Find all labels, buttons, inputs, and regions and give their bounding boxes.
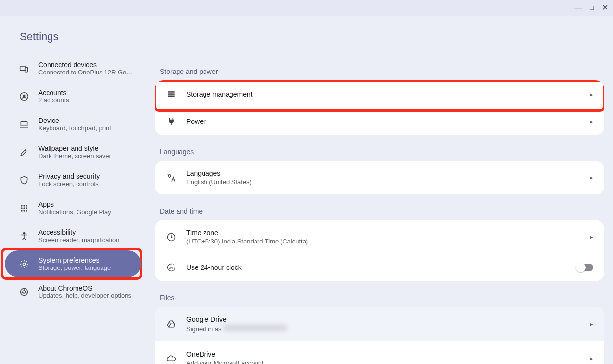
sidebar-item-label: Accessibility: [38, 228, 119, 236]
svg-point-9: [23, 205, 25, 206]
minimize-button[interactable]: —: [574, 3, 582, 12]
sidebar-item-label: About ChromeOS: [38, 284, 131, 292]
svg-point-8: [21, 205, 22, 206]
chevron-right-icon: ▸: [590, 320, 593, 328]
translate-icon: [166, 173, 177, 183]
row-label: Google Drive: [186, 315, 580, 323]
row-google-drive[interactable]: Google Drive Signed in as ▸: [155, 307, 604, 341]
row-onedrive[interactable]: OneDrive Add your Microsoft account ▸: [155, 341, 604, 364]
sidebar-item-accessibility[interactable]: Accessibility Screen reader, magnificati…: [5, 222, 141, 249]
section-label-datetime: Date and time: [155, 201, 604, 220]
section-label-files: Files: [155, 288, 604, 307]
apps-icon: [19, 203, 29, 213]
svg-point-14: [21, 210, 22, 211]
chevron-right-icon: ▸: [590, 233, 593, 241]
row-label: Power: [186, 118, 580, 125]
close-button[interactable]: ✕: [602, 3, 608, 12]
languages-card: Languages English (United States) ▸: [155, 161, 604, 194]
sidebar-nav: Connected devices Connected to OnePlus 1…: [0, 55, 147, 305]
sidebar-item-privacy[interactable]: Privacy and security Lock screen, contro…: [5, 167, 141, 194]
row-sublabel: English (United States): [186, 178, 580, 186]
sidebar-item-sublabel: Lock screen, controls: [38, 180, 100, 188]
sidebar-item-label: Wallpaper and style: [38, 145, 111, 152]
clock-icon: [166, 232, 177, 242]
sidebar-item-connected-devices[interactable]: Connected devices Connected to OnePlus 1…: [5, 55, 141, 82]
gear-icon: [19, 259, 29, 269]
sidebar-item-label: Privacy and security: [38, 172, 100, 180]
sidebar: Settings Connected devices Connected to …: [0, 16, 147, 364]
sidebar-title: Settings: [0, 24, 147, 55]
section-label-storage: Storage and power: [155, 62, 604, 80]
row-sublabel: Signed in as: [186, 324, 580, 333]
row-24h-clock[interactable]: 24 Use 24-hour clock: [155, 254, 604, 281]
row-power[interactable]: Power ▸: [155, 108, 604, 135]
row-label: Time zone: [186, 229, 580, 237]
sidebar-item-sublabel: Notifications, Google Play: [38, 208, 111, 216]
sidebar-item-apps[interactable]: Apps Notifications, Google Play: [5, 194, 141, 221]
accessibility-icon: [19, 231, 29, 241]
row-timezone[interactable]: Time zone (UTC+5:30) India Standard Time…: [155, 220, 604, 254]
row-label: Languages: [186, 170, 580, 177]
chevron-right-icon: ▸: [590, 118, 593, 125]
svg-rect-22: [168, 93, 174, 95]
sidebar-item-sublabel: Keyboard, touchpad, print: [38, 124, 111, 132]
toggle-24h-clock[interactable]: [577, 264, 593, 271]
sidebar-item-about[interactable]: About ChromeOS Updates, help, developer …: [5, 278, 141, 305]
account-icon: [19, 92, 29, 101]
svg-point-18: [23, 263, 26, 265]
clock-24-icon: 24: [166, 263, 177, 272]
app-frame: Settings Connected devices Connected to …: [0, 16, 613, 364]
files-card: Google Drive Signed in as ▸ OneDrive Add…: [155, 307, 604, 364]
row-sublabel: (UTC+5:30) India Standard Time (Calcutta…: [186, 238, 580, 245]
sidebar-item-accounts[interactable]: Accounts 2 accounts: [5, 83, 141, 110]
sidebar-item-sublabel: Screen reader, magnification: [38, 236, 119, 243]
sidebar-item-wallpaper[interactable]: Wallpaper and style Dark theme, screen s…: [5, 139, 141, 166]
laptop-icon: [19, 120, 29, 129]
sidebar-item-label: System preferences: [38, 256, 111, 264]
chevron-right-icon: ▸: [590, 355, 593, 362]
sidebar-item-label: Connected devices: [38, 61, 133, 69]
svg-point-12: [23, 207, 25, 209]
svg-point-17: [23, 232, 25, 234]
google-drive-icon: [166, 319, 177, 329]
svg-text:24: 24: [169, 266, 173, 269]
chevron-right-icon: ▸: [590, 91, 593, 98]
svg-point-10: [26, 205, 27, 206]
svg-point-20: [23, 291, 26, 293]
sidebar-item-label: Device: [38, 117, 111, 124]
svg-point-11: [21, 207, 22, 209]
svg-rect-23: [168, 96, 174, 97]
redacted-email: [223, 324, 287, 331]
window-controls: — □ ✕: [574, 3, 608, 12]
sidebar-item-sublabel: Dark theme, screen saver: [38, 152, 111, 160]
row-storage-management[interactable]: Storage management ▸: [155, 80, 604, 108]
chrome-icon: [19, 287, 29, 297]
storage-card: Storage management ▸ Power ▸: [155, 80, 604, 135]
sidebar-item-label: Apps: [38, 200, 111, 208]
power-plug-icon: [166, 117, 177, 126]
svg-point-5: [23, 94, 26, 97]
storage-icon: [166, 89, 177, 99]
svg-point-13: [26, 207, 27, 209]
row-sublabel: Add your Microsoft account: [186, 359, 580, 364]
row-label: Use 24-hour clock: [186, 264, 567, 271]
sidebar-item-device[interactable]: Device Keyboard, touchpad, print: [5, 111, 141, 138]
datetime-card: Time zone (UTC+5:30) India Standard Time…: [155, 220, 604, 281]
content-pane: Storage and power Storage management ▸ P…: [147, 16, 613, 364]
row-label: OneDrive: [186, 350, 580, 358]
svg-point-16: [26, 210, 27, 211]
svg-rect-6: [21, 121, 27, 126]
brush-icon: [19, 147, 29, 157]
row-languages[interactable]: Languages English (United States) ▸: [155, 161, 604, 194]
sidebar-item-sublabel: Updates, help, developer options: [38, 292, 131, 299]
svg-rect-3: [25, 67, 28, 72]
sidebar-item-sublabel: 2 accounts: [38, 97, 69, 104]
sidebar-item-sublabel: Connected to OnePlus 12R Gens...: [38, 69, 133, 76]
devices-icon: [19, 64, 29, 73]
chevron-right-icon: ▸: [590, 174, 593, 181]
sidebar-item-system-preferences[interactable]: System preferences Storage, power, langu…: [5, 250, 141, 277]
maximize-button[interactable]: □: [590, 4, 594, 11]
sidebar-item-sublabel: Storage, power, language: [38, 264, 111, 271]
sidebar-item-label: Accounts: [38, 89, 69, 97]
svg-point-15: [23, 210, 25, 211]
